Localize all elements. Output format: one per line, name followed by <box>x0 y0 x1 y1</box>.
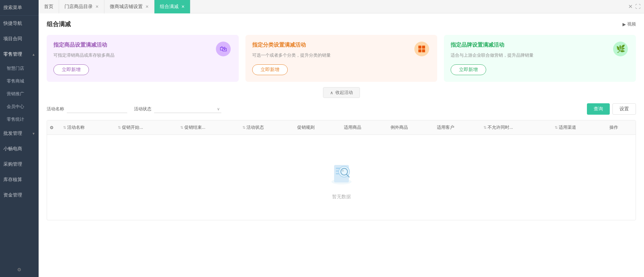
category-card-add-btn[interactable]: 立即新增 <box>252 64 288 75</box>
sidebar-item-wholesale-mgmt[interactable]: 批发管理 <box>0 126 39 141</box>
tab-store-catalog-label: 门店商品目录 <box>64 4 93 10</box>
sidebar-settings-btn[interactable]: ⚙ <box>0 262 39 277</box>
settings-button[interactable]: 设置 <box>612 103 636 115</box>
empty-icon <box>325 155 358 188</box>
sidebar-search[interactable]: 搜索菜单 <box>0 0 39 16</box>
sidebar-item-funds-mgmt[interactable]: 资金管理 <box>0 187 39 203</box>
product-card-add-btn[interactable]: 立即新增 <box>53 64 89 75</box>
page-title: 组合满减 <box>47 20 71 28</box>
th-operation: 操作 <box>607 120 636 135</box>
activity-status-select-wrapper: 进行中 未开始 已结束 <box>154 105 221 113</box>
sidebar-item-retail-mall[interactable]: 零售商城 <box>0 75 39 88</box>
brand-card: 指定品牌设置满减活动 🌿 适合与上游企业联合做营销，提升品牌销量 立即新增 <box>444 35 636 82</box>
sidebar-item-inventory-calc[interactable]: 库存核算 <box>0 172 39 187</box>
video-link[interactable]: ▶ 视频 <box>623 21 636 27</box>
th-applicable-goods: 适用商品 <box>341 120 388 135</box>
collapse-icon: ∧ <box>330 90 333 95</box>
sidebar-item-retail-stats[interactable]: 零售统计 <box>0 113 39 126</box>
th-activity-status[interactable]: 活动状态 <box>240 120 294 135</box>
tab-combo-discount-close[interactable]: ✕ <box>181 4 185 9</box>
sidebar-item-label: 资金管理 <box>3 192 22 198</box>
empty-state: 暂无数据 <box>47 135 636 220</box>
svg-rect-3 <box>422 49 425 52</box>
activity-status-label: 活动状态 <box>134 106 151 112</box>
query-button[interactable]: 查询 <box>587 103 610 115</box>
sidebar-item-quick-nav[interactable]: 快捷导航 <box>0 16 39 31</box>
main-area: 首页 门店商品目录 ✕ 微商城店铺设置 ✕ 组合满减 ✕ ✕ ⛶ 组合满减 ▶ … <box>39 0 644 277</box>
content-area: 组合满减 ▶ 视频 指定商品设置满减活动 🛍 可指定滞销商品或库存较多商品 立即… <box>39 13 644 277</box>
activity-name-label: 活动名称 <box>47 106 64 112</box>
sidebar-item-label: 零售管理 <box>3 51 22 57</box>
tab-home-label: 首页 <box>44 4 53 10</box>
activity-status-field: 活动状态 进行中 未开始 已结束 <box>134 105 221 113</box>
close-window-icon[interactable]: ✕ <box>628 3 633 10</box>
th-activity-name-label: 活动名称 <box>67 125 85 130</box>
video-label: 视频 <box>627 21 636 27</box>
sidebar-item-retail-mgmt[interactable]: 零售管理 <box>0 47 39 62</box>
th-no-concurrent[interactable]: 不允许同时... <box>481 120 552 135</box>
sidebar-sub-label: 营销推广 <box>7 91 24 96</box>
activity-status-select[interactable]: 进行中 未开始 已结束 <box>154 105 221 113</box>
th-promo-start[interactable]: 促销开始... <box>115 120 177 135</box>
sidebar-sub-label: 会员中心 <box>7 104 24 109</box>
sidebar-sub-label: 零售商城 <box>7 78 24 84</box>
th-activity-name[interactable]: 活动名称 <box>60 120 115 135</box>
tab-wechat-settings-close[interactable]: ✕ <box>145 4 149 9</box>
empty-text: 暂无数据 <box>332 194 351 200</box>
sidebar-item-member-center[interactable]: 会员中心 <box>0 100 39 113</box>
gear-icon: ⚙ <box>17 267 21 272</box>
th-operation-label: 操作 <box>609 125 618 130</box>
product-card: 指定商品设置满减活动 🛍 可指定滞销商品或库存较多商品 立即新增 <box>47 35 239 82</box>
sidebar-item-marketing[interactable]: 营销推广 <box>0 88 39 100</box>
sidebar-item-label: 库存核算 <box>3 177 22 183</box>
sidebar-item-purchase-mgmt[interactable]: 采购管理 <box>0 157 39 172</box>
th-applicable-goods-label: 适用商品 <box>344 125 361 130</box>
product-card-icon: 🛍 <box>216 42 231 56</box>
page-header: 组合满减 ▶ 视频 <box>47 20 636 28</box>
sidebar-item-label: 快捷导航 <box>3 20 22 26</box>
table-wrapper: ⚙ 活动名称 促销开始... 促销结束... 活动状态 <box>47 120 636 220</box>
sidebar: 搜索菜单 快捷导航 项目合同 零售管理 智慧门店 零售商城 营销推广 会员中心 … <box>0 0 39 277</box>
tab-home[interactable]: 首页 <box>39 0 59 13</box>
th-applicable-customer-label: 适用客户 <box>437 125 454 130</box>
th-settings[interactable]: ⚙ <box>47 120 60 135</box>
brand-card-desc: 适合与上游企业联合做营销，提升品牌销量 <box>451 52 629 59</box>
category-card: 指定分类设置满减活动 可选一个或者多个分类，提升分类的销量 立即新增 <box>245 35 438 82</box>
tab-store-catalog-close[interactable]: ✕ <box>95 4 99 9</box>
collapse-label: 收起活动 <box>335 90 353 96</box>
cards-row: 指定商品设置满减活动 🛍 可指定滞销商品或库存较多商品 立即新增 指定分类设置满… <box>47 35 636 82</box>
brand-card-title: 指定品牌设置满减活动 <box>451 42 629 49</box>
data-table: ⚙ 活动名称 促销开始... 促销结束... 活动状态 <box>47 120 636 135</box>
sidebar-item-label: 项目合同 <box>3 36 22 42</box>
tab-store-catalog[interactable]: 门店商品目录 ✕ <box>59 0 104 13</box>
th-promo-end[interactable]: 促销结束... <box>178 120 240 135</box>
category-card-desc: 可选一个或者多个分类，提升分类的销量 <box>252 52 431 59</box>
maximize-icon[interactable]: ⛶ <box>635 4 641 10</box>
sidebar-item-smart-store[interactable]: 智慧门店 <box>0 62 39 75</box>
table-header: ⚙ 活动名称 促销开始... 促销结束... 活动状态 <box>47 120 636 135</box>
th-applicable-customer: 适用客户 <box>434 120 481 135</box>
activity-name-field: 活动名称 <box>47 105 127 113</box>
activity-name-input[interactable] <box>67 105 127 113</box>
th-promo-rule: 促销规则 <box>294 120 341 135</box>
svg-rect-0 <box>418 46 421 49</box>
sidebar-sub-label: 零售统计 <box>7 117 24 122</box>
product-card-desc: 可指定滞销商品或库存较多商品 <box>53 52 232 59</box>
brand-card-add-btn[interactable]: 立即新增 <box>451 64 486 75</box>
tab-combo-discount[interactable]: 组合满减 ✕ <box>154 0 190 13</box>
collapse-activity-btn[interactable]: ∧ 收起活动 <box>323 87 360 98</box>
tab-combo-discount-label: 组合满减 <box>160 4 179 10</box>
leaf-icon: 🌿 <box>616 45 625 53</box>
svg-point-12 <box>342 170 344 172</box>
sidebar-item-xiaochu-ecom[interactable]: 小畅电商 <box>0 141 39 157</box>
th-applicable-channel[interactable]: 适用渠道 <box>552 120 607 135</box>
tab-wechat-store-settings[interactable]: 微商城店铺设置 ✕ <box>104 0 154 13</box>
collapse-bar: ∧ 收起活动 <box>47 87 636 98</box>
sidebar-sub-label: 智慧门店 <box>7 66 24 71</box>
th-applicable-channel-label: 适用渠道 <box>559 125 576 130</box>
bag-icon: 🛍 <box>220 45 227 53</box>
product-card-title: 指定商品设置满减活动 <box>53 42 232 49</box>
sidebar-item-project-contract[interactable]: 项目合同 <box>0 31 39 47</box>
sidebar-item-label: 采购管理 <box>3 161 22 167</box>
th-promo-rule-label: 促销规则 <box>297 125 315 130</box>
